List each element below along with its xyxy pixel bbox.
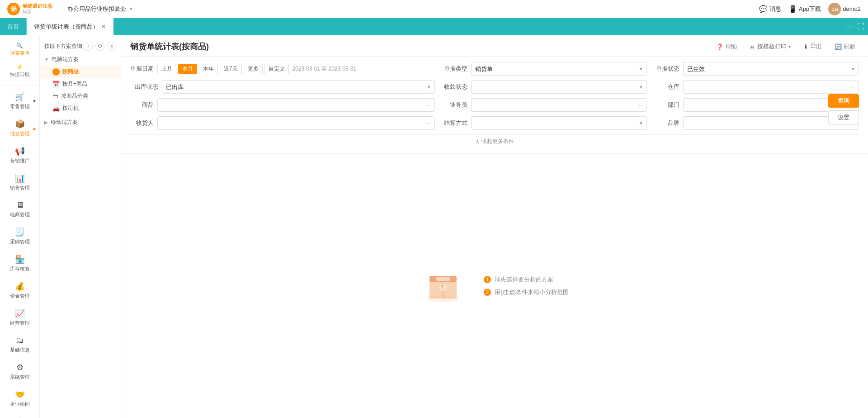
empty-hint-2: 2 用[过滤]条件来缩小分析范围 — [484, 288, 568, 296]
date-btn-7days[interactable]: 近7天 — [220, 64, 242, 74]
filter-row-4: 收货人 ··· 结算方式 ▼ — [130, 116, 859, 130]
tab-minimize-icon[interactable]: — — [846, 23, 854, 31]
filter-settle-method: 结算方式 ▼ — [444, 116, 647, 130]
warehouse-status-select[interactable]: 已出库 — [162, 80, 435, 94]
message-btn[interactable]: 💬 消息 — [759, 5, 781, 13]
search-icon: 🔍 — [16, 43, 23, 49]
workspace-selector[interactable]: 办公用品行业模拟账套 ▼ — [67, 5, 133, 13]
tab-close-icon[interactable]: ✕ — [101, 24, 106, 30]
by-goods-active-dot — [52, 68, 60, 76]
ecommerce-label: 电商管理 — [10, 211, 30, 218]
sidebar-quick-nav-btn[interactable]: ⚡ 快捷导航 — [0, 60, 39, 81]
warehouse-dots-icon[interactable]: ··· — [851, 84, 855, 90]
system-icon: ⚙ — [16, 362, 24, 372]
sidebar-item-sales[interactable]: 📊 销售管理 — [0, 169, 39, 196]
print-btn[interactable]: 🖨 按模板打印 ▾ — [746, 41, 794, 52]
salesperson-dots-icon[interactable]: ··· — [639, 102, 643, 108]
left-panel: 按以下方案查询 + ⚙ « ▼ 电脑端方案 按商品 📅 按月+商品 — [40, 35, 121, 418]
sidebar-item-inventory[interactable]: 🏪 库存核算 — [0, 250, 39, 277]
purchase-label: 采购管理 — [10, 238, 30, 245]
tree-child-by-category[interactable]: 🗃 按商品分类 — [40, 90, 121, 102]
tab-report-label: 销货单统计表（按商品） — [34, 23, 99, 31]
date-btn-custom[interactable]: 自定义 — [264, 64, 289, 74]
tree-child-by-driver[interactable]: 🚗 按司机 — [40, 102, 121, 114]
filter-type: 单据类型 销货单 ▼ — [444, 62, 647, 76]
top-bar-left: 畅 畅捷通好生意 标版 办公用品行业模拟账套 ▼ — [7, 3, 133, 15]
filter-recipient: 收货人 ··· — [130, 116, 435, 130]
by-month-goods-label: 按月+商品 — [62, 80, 87, 88]
help-btn[interactable]: ❓ 帮助 — [712, 41, 741, 52]
sidebar-search-btn[interactable]: 🔍 搜索菜单 — [0, 39, 39, 60]
tab-maximize-icon[interactable]: ⛶ — [857, 23, 864, 31]
hint1-text: 请先选择要分析的方案 — [495, 276, 553, 284]
sidebar-item-system[interactable]: ⚙ 系统管理 — [0, 358, 39, 385]
date-btn-this-year[interactable]: 本年 — [199, 64, 218, 74]
sidebar-item-operation[interactable]: 📈 经营管理 — [0, 304, 39, 331]
app-name-block: 畅捷通好生意 标版 — [23, 3, 52, 14]
left-panel-title: 按以下方案查询 — [44, 43, 82, 50]
collapse-conditions-btn[interactable]: ∧ 收起更多条件 — [476, 138, 514, 145]
filter-row-1: 单据日期 上月 本月 本年 近7天 更多 自定义 2023-03-01 至 20… — [130, 62, 859, 76]
tree-node-mobile[interactable]: ▶ 移动端方案 — [40, 116, 121, 128]
hint1-num: 1 — [484, 276, 491, 283]
sidebar-item-ecommerce[interactable]: 🖥 电商管理 — [0, 196, 39, 223]
tab-home[interactable]: 首页 — [0, 18, 27, 35]
add-scheme-btn[interactable]: + — [84, 42, 93, 51]
enterprise-icon: 🤝 — [15, 390, 25, 399]
inventory-label: 库存核算 — [10, 266, 30, 272]
scheme-settings-btn[interactable]: ⚙ — [95, 42, 104, 51]
tree-child-by-goods[interactable]: 按商品 — [40, 66, 121, 78]
refresh-icon: 🔄 — [835, 43, 842, 50]
tab-report[interactable]: 销货单统计表（按商品） ✕ — [27, 18, 113, 35]
goods-label: 商品 — [130, 101, 157, 109]
type-label: 单据类型 — [444, 65, 471, 73]
sidebar: 🔍 搜索菜单 ⚡ 快捷导航 🛒 零售管理 ▼ 📦 批发管理 ▲ 📢 营销推广 — [0, 35, 40, 418]
sidebar-item-marketing[interactable]: 📢 营销推广 — [0, 142, 39, 169]
sales-icon: 📊 — [15, 173, 25, 183]
filter-warehouse-status: 出库状态 已出库 ▼ — [130, 80, 435, 94]
logo-area: 畅 畅捷通好生意 标版 — [7, 3, 52, 15]
date-btn-more[interactable]: 更多 — [244, 64, 263, 74]
wholesale-label: 批发管理 — [10, 130, 30, 137]
sidebar-item-wholesale[interactable]: 📦 批发管理 ▲ — [0, 114, 39, 142]
enterprise-label: 企业协同 — [10, 401, 30, 408]
by-month-goods-icon: 📅 — [52, 81, 60, 87]
collapse-panel-btn[interactable]: « — [107, 42, 116, 51]
goods-input[interactable] — [157, 98, 435, 112]
filter-recipient-control: ··· — [157, 116, 435, 130]
hint2-text: 用[过滤]条件来缩小分析范围 — [495, 288, 568, 296]
query-btn[interactable]: 查询 — [828, 94, 859, 108]
settings-btn[interactable]: 设置 — [828, 110, 859, 125]
sidebar-item-purchase[interactable]: 🧾 采购管理 — [0, 223, 39, 250]
tree-node-pc[interactable]: ▼ 电脑端方案 — [40, 53, 121, 66]
salesperson-input[interactable] — [471, 98, 647, 112]
operation-icon: 📈 — [15, 309, 25, 318]
recipient-dots-icon[interactable]: ··· — [427, 120, 431, 126]
tree-child-by-month-goods[interactable]: 📅 按月+商品 — [40, 78, 121, 90]
refresh-btn[interactable]: 🔄 刷新 — [831, 41, 859, 52]
recipient-label: 收货人 — [130, 119, 157, 127]
by-category-icon: 🗃 — [52, 93, 58, 100]
app-download-btn[interactable]: 📱 App下载 — [788, 5, 821, 13]
user-area[interactable]: Ea demo2 — [828, 3, 861, 15]
page-actions: ❓ 帮助 🖨 按模板打印 ▾ ⬇ 导出 🔄 刷新 — [712, 41, 859, 52]
finance-label: 资金管理 — [10, 293, 30, 299]
date-btn-this-month[interactable]: 本月 — [178, 64, 197, 74]
date-btn-last-month[interactable]: 上月 — [157, 64, 176, 74]
sidebar-item-finance[interactable]: 💰 资金管理 — [0, 277, 39, 304]
page-title: 销货单统计表(按商品) — [130, 41, 209, 52]
goods-dots-icon[interactable]: ··· — [427, 102, 431, 108]
settle-method-select[interactable] — [471, 116, 647, 130]
warehouse-input[interactable] — [683, 80, 859, 94]
export-icon: ⬇ — [803, 43, 808, 50]
payment-status-select[interactable] — [471, 80, 647, 94]
export-btn[interactable]: ⬇ 导出 — [800, 41, 826, 52]
sidebar-item-newbie[interactable]: 🎓 新手引导 — [0, 412, 39, 418]
recipient-input[interactable] — [157, 116, 435, 130]
sidebar-item-enterprise[interactable]: 🤝 企业协同 — [0, 385, 39, 412]
bill-status-select[interactable]: 已生效 — [683, 62, 859, 76]
sidebar-item-basic[interactable]: 🗂 基础信息 — [0, 331, 39, 358]
sidebar-item-retail[interactable]: 🛒 零售管理 ▼ — [0, 87, 39, 114]
wholesale-icon: 📦 — [15, 119, 25, 129]
type-select[interactable]: 销货单 — [471, 62, 647, 76]
